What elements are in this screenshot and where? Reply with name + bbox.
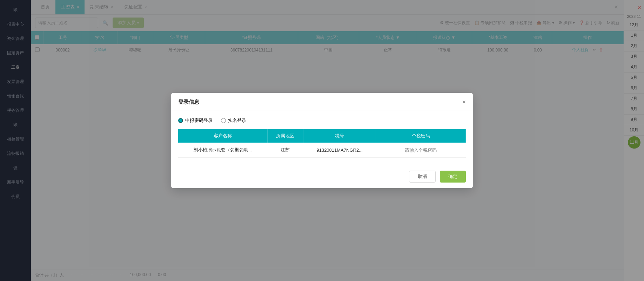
dialog-overlay: 登录信息 × 申报密码登录 实名登录 客户名称 所属地区 <box>0 0 644 281</box>
client-name-cell: 刘小艳演示账套（勿删勿动... <box>178 143 267 158</box>
client-col-taxno: 税号 <box>303 129 376 143</box>
client-col-region: 所属地区 <box>267 129 303 143</box>
dialog-close-button[interactable]: × <box>462 98 466 106</box>
client-table: 客户名称 所属地区 税号 个税密码 刘小艳演示账套（勿删勿动... 江苏 913… <box>178 129 466 158</box>
dialog-title: 登录信息 <box>178 99 199 105</box>
dialog-footer: 取消 确定 <box>171 165 473 188</box>
client-password-cell[interactable] <box>376 143 466 158</box>
tax-password-input[interactable] <box>380 148 462 153</box>
cancel-button[interactable]: 取消 <box>409 171 436 183</box>
client-col-password: 个税密码 <box>376 129 466 143</box>
client-table-row: 刘小艳演示账套（勿删勿动... 江苏 91320811MA7NGR2... <box>178 143 466 158</box>
dialog-body: 申报密码登录 实名登录 客户名称 所属地区 税号 个税密码 <box>171 110 473 165</box>
login-type-radio-group: 申报密码登录 实名登录 <box>178 117 466 124</box>
client-taxno-cell: 91320811MA7NGR2... <box>303 143 376 158</box>
radio-password-login[interactable]: 申报密码登录 <box>178 117 213 124</box>
login-dialog: 登录信息 × 申报密码登录 实名登录 客户名称 所属地区 <box>171 93 473 188</box>
radio-realname-input[interactable] <box>221 118 226 123</box>
dialog-header: 登录信息 × <box>171 93 473 110</box>
client-col-name: 客户名称 <box>178 129 267 143</box>
confirm-button[interactable]: 确定 <box>440 171 466 183</box>
radio-realname-login[interactable]: 实名登录 <box>221 117 246 124</box>
client-region-cell: 江苏 <box>267 143 303 158</box>
radio-password-input[interactable] <box>178 118 183 123</box>
